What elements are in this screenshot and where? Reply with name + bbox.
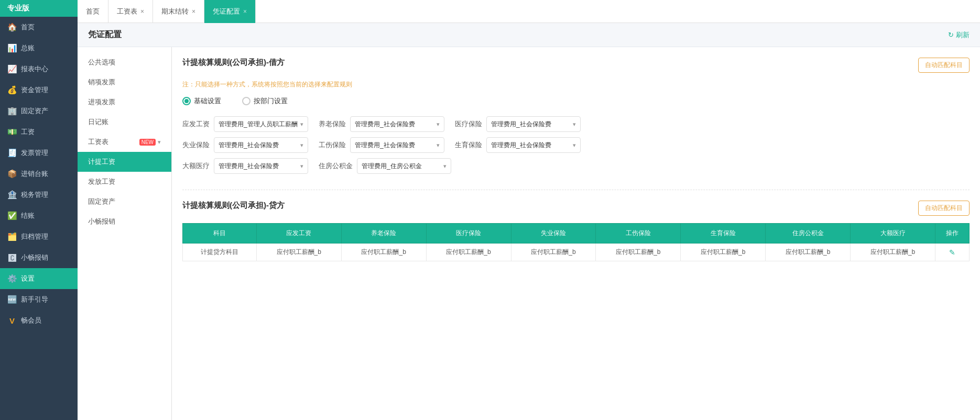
td-pension: 应付职工薪酬_b	[341, 244, 426, 261]
tab-voucher-config-close[interactable]: ×	[243, 8, 247, 15]
select-pension-value: 管理费用_社会保险费	[355, 120, 415, 129]
tab-period-close-close[interactable]: ×	[192, 8, 195, 15]
chevron-down-icon: ▾	[158, 139, 161, 146]
table-header-row: 科目 应发工资 养老保险 医疗保险 失业保险 工伤保险 生育保险 住房公积金 大…	[183, 224, 970, 244]
main-area: 首页 工资表 × 期末结转 × 凭证配置 × 凭证配置 ↻ 刷新 公共选项	[78, 0, 980, 420]
sidebar-item-assets[interactable]: 🏢 固定资产	[0, 101, 78, 121]
auto-match-debit-button[interactable]: 自动匹配科目	[918, 58, 970, 73]
left-nav-xiaochang2[interactable]: 小畅报销	[78, 212, 171, 231]
td-operation[interactable]: ✎	[935, 244, 970, 261]
left-nav-public[interactable]: 公共选项	[78, 52, 171, 72]
archive-icon: 🗂️	[7, 232, 17, 241]
sidebar-label-inventory: 进销台账	[21, 169, 48, 179]
sidebar-label-report: 报表中心	[21, 64, 48, 74]
tab-voucher-config[interactable]: 凭证配置 ×	[204, 0, 256, 23]
label-housing-fund: 住房公积金	[319, 161, 353, 171]
sidebar-item-inventory[interactable]: 📦 进销台账	[0, 163, 78, 184]
tab-home[interactable]: 首页	[78, 0, 108, 23]
radio-dept[interactable]: 按部门设置	[242, 96, 288, 106]
form-row-1: 应发工资 管理费用_管理人员职工薪酬 ▾ 养老保险 管理费用_社会保险费 ▾	[182, 116, 970, 132]
left-nav-pay-salary[interactable]: 发放工资	[78, 172, 171, 192]
select-medical-value: 管理费用_社会保险费	[491, 120, 551, 129]
assets-icon: 🏢	[7, 106, 17, 116]
left-nav-salary-list-label: 工资表	[88, 137, 108, 147]
sidebar-item-funds[interactable]: 💰 资金管理	[0, 80, 78, 101]
sidebar-item-salary[interactable]: 💵 工资	[0, 121, 78, 142]
sidebar-item-report[interactable]: 📈 报表中心	[0, 59, 78, 80]
app-title: 专业版	[0, 0, 78, 17]
radio-dept-circle	[242, 97, 251, 105]
sidebar-item-invoice[interactable]: 🧾 发票管理	[0, 142, 78, 163]
tab-home-label: 首页	[86, 7, 100, 16]
th-medical: 医疗保险	[426, 224, 511, 244]
home-icon: 🏠	[7, 23, 17, 32]
refresh-button[interactable]: ↻ 刷新	[948, 30, 970, 40]
sidebar-label-ledger: 总账	[21, 43, 35, 53]
select-pension[interactable]: 管理费用_社会保险费 ▾	[350, 116, 444, 132]
page-title: 凭证配置	[88, 29, 122, 40]
left-nav-calc-salary[interactable]: 计提工资	[78, 152, 171, 172]
sidebar-label-home: 首页	[21, 23, 35, 32]
label-major-medical: 大额医疗	[182, 161, 210, 171]
th-unemployment: 失业保险	[511, 224, 596, 244]
edit-icon[interactable]: ✎	[949, 248, 955, 257]
th-birth: 生育保险	[681, 224, 766, 244]
sidebar-label-salary: 工资	[21, 127, 35, 137]
sidebar-item-tax[interactable]: 🏦 税务管理	[0, 184, 78, 205]
label-injury: 工伤保险	[319, 140, 346, 150]
select-birth[interactable]: 管理费用_社会保险费 ▾	[486, 137, 581, 153]
sidebar-label-close: 结账	[21, 211, 35, 220]
form-row-3: 大额医疗 管理费用_社会保险费 ▾ 住房公积金 管理费用_住房公积金 ▾	[182, 158, 970, 174]
sidebar-item-home[interactable]: 🏠 首页	[0, 17, 78, 38]
tab-period-close[interactable]: 期末结转 ×	[153, 0, 204, 23]
credit-table: 科目 应发工资 养老保险 医疗保险 失业保险 工伤保险 生育保险 住房公积金 大…	[182, 223, 970, 261]
section-credit-title: 计提核算规则(公司承担)-贷方	[182, 201, 285, 211]
auto-match-credit-button[interactable]: 自动匹配科目	[918, 201, 970, 216]
label-medical: 医疗保险	[455, 119, 482, 129]
sidebar-label-assets: 固定资产	[21, 106, 48, 116]
select-applied-salary[interactable]: 管理费用_管理人员职工薪酬 ▾	[214, 116, 308, 132]
refresh-label: 刷新	[956, 30, 970, 40]
radio-basic[interactable]: 基础设置	[182, 96, 221, 106]
sidebar-label-guide: 新手引导	[21, 295, 48, 304]
sidebar-item-guide[interactable]: 🆕 新手引导	[0, 289, 78, 310]
left-nav-xiaochang2-label: 小畅报销	[88, 217, 115, 226]
chevron-down-icon: ▾	[573, 142, 576, 149]
sidebar-item-close[interactable]: ✅ 结账	[0, 205, 78, 226]
sidebar-label-vip: 畅会员	[21, 316, 41, 325]
select-unemployment[interactable]: 管理费用_社会保险费 ▾	[214, 137, 308, 153]
inventory-icon: 📦	[7, 169, 17, 179]
td-injury: 应付职工薪酬_b	[596, 244, 681, 261]
left-nav-fixed-assets-label: 固定资产	[88, 197, 115, 206]
left-nav-fixed-assets[interactable]: 固定资产	[78, 192, 171, 212]
left-nav-journal-label: 日记账	[88, 117, 108, 127]
sidebar-item-ledger[interactable]: 📊 总账	[0, 38, 78, 59]
sidebar-item-archive[interactable]: 🗂️ 归档管理	[0, 226, 78, 247]
section-credit-header: 计提核算规则(公司承担)-贷方 自动匹配科目	[182, 201, 970, 216]
left-nav-journal[interactable]: 日记账	[78, 112, 171, 132]
left-nav-purchase-invoice[interactable]: 进项发票	[78, 92, 171, 112]
tab-salary-table-close[interactable]: ×	[140, 8, 144, 15]
th-injury: 工伤保险	[596, 224, 681, 244]
sidebar-item-settings[interactable]: ⚙️ 设置	[0, 268, 78, 289]
section-debit-title: 计提核算规则(公司承担)-借方	[182, 58, 285, 68]
select-housing-fund[interactable]: 管理费用_住房公积金 ▾	[357, 158, 451, 174]
sidebar-item-vip[interactable]: V 畅会员	[0, 310, 78, 331]
label-unemployment: 失业保险	[182, 140, 210, 150]
select-medical[interactable]: 管理费用_社会保险费 ▾	[486, 116, 581, 132]
left-nav-sales-invoice[interactable]: 销项发票	[78, 72, 171, 92]
left-nav-sales-invoice-label: 销项发票	[88, 78, 115, 87]
tab-salary-table[interactable]: 工资表 ×	[108, 0, 153, 23]
select-major-medical[interactable]: 管理费用_社会保险费 ▾	[214, 158, 308, 174]
settings-icon: ⚙️	[7, 274, 17, 283]
chevron-down-icon: ▾	[300, 121, 303, 128]
chevron-down-icon: ▾	[437, 121, 440, 128]
form-item-injury: 工伤保险 管理费用_社会保险费 ▾	[319, 137, 444, 153]
left-nav-salary-list[interactable]: 工资表 NEW ▾	[78, 132, 171, 152]
sidebar-item-xiaochang[interactable]: 🅲 小畅报销	[0, 247, 78, 268]
sidebar: 专业版 🏠 首页 📊 总账 📈 报表中心 💰 资金管理 🏢 固定资产 💵 工资 …	[0, 0, 78, 420]
form-item-pension: 养老保险 管理费用_社会保险费 ▾	[319, 116, 444, 132]
select-major-medical-value: 管理费用_社会保险费	[219, 162, 279, 171]
th-operation: 操作	[935, 224, 970, 244]
select-injury[interactable]: 管理费用_社会保险费 ▾	[350, 137, 444, 153]
